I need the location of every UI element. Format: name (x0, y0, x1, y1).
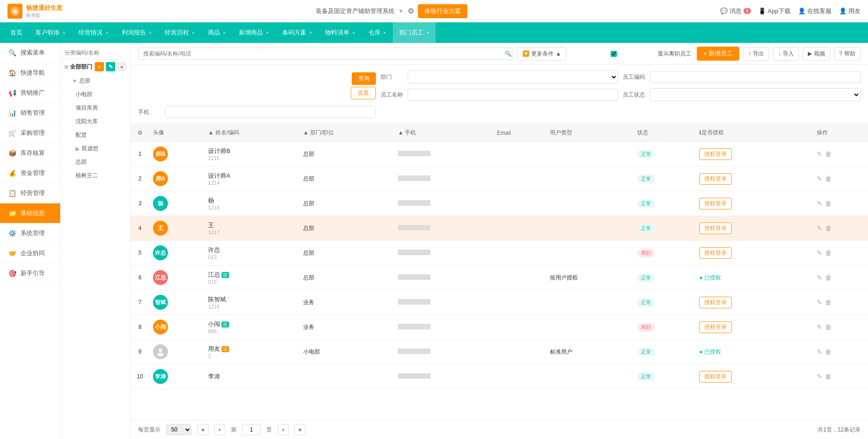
tab-barcode[interactable]: 条码方案× (276, 22, 319, 43)
sidebar-item-inventory[interactable]: 📦 库存核算 (0, 143, 60, 163)
delete-button[interactable]: 🗑 (825, 348, 832, 355)
sidebar-item-search[interactable]: 🔍 搜索菜单 (0, 43, 60, 63)
auth-button[interactable]: 授权登录 (699, 247, 732, 259)
tab-close-profit[interactable]: × (149, 30, 152, 35)
tree-item-zhishu[interactable]: 植树王二 (61, 169, 130, 182)
col-phone[interactable]: ▲ 手机 (394, 124, 493, 142)
sidebar-item-basic[interactable]: 📁 基础信息 (0, 203, 60, 223)
query-button[interactable]: 查询 (352, 72, 376, 85)
page-size-select[interactable]: 10 20 50 100 (166, 424, 192, 435)
tab-new-goods[interactable]: 新增商品× (232, 22, 275, 43)
auth-button[interactable]: 授权登录 (699, 371, 732, 383)
emp-status-select[interactable] (650, 88, 861, 101)
tree-item-peihuo[interactable]: 配货 (61, 128, 130, 142)
next-page-button[interactable]: › (278, 424, 289, 435)
help-button[interactable]: ? 帮助 (834, 47, 861, 61)
add-employee-button[interactable]: + 新增员工 (697, 47, 739, 61)
sidebar-item-guide[interactable]: 🎯 新手引导 (0, 264, 60, 284)
prev-page-button[interactable]: ‹ (214, 424, 225, 435)
sidebar-item-nav[interactable]: 🏠 快捷导航 (0, 63, 60, 83)
dept-add-button[interactable]: + (95, 62, 104, 71)
tab-close-dept[interactable]: × (426, 30, 429, 35)
online-service-button[interactable]: 👤 在线客服 (798, 7, 832, 15)
show-resigned-checkbox[interactable] (572, 51, 656, 57)
tab-customer[interactable]: 客户联络× (29, 22, 72, 43)
dept-collapse-button[interactable]: « (117, 62, 126, 71)
tree-item-project[interactable]: 项目库房 (61, 101, 130, 115)
import-button[interactable]: ↓ 导入 (773, 47, 799, 61)
tab-profit[interactable]: 利润报告× (115, 22, 158, 43)
auth-button[interactable]: 授权登录 (699, 148, 732, 160)
dept-filter-select[interactable] (408, 70, 618, 84)
auth-button[interactable]: 授权登录 (699, 223, 732, 234)
tab-goods[interactable]: 商品× (201, 22, 232, 43)
video-button[interactable]: ▶ 视频 (803, 47, 830, 61)
col-dept[interactable]: ▲ 部门/职位 (299, 124, 394, 142)
app-download-button[interactable]: 📱 App下载 (758, 7, 791, 15)
tab-bom[interactable]: 物料清单× (319, 22, 361, 43)
sys-title-arrow[interactable]: ▼ (398, 8, 404, 14)
dept-edit-button[interactable]: ✎ (106, 62, 115, 71)
tab-dept-employee[interactable]: 部门员工× (393, 22, 436, 43)
setting-button[interactable]: 设置 (351, 87, 376, 99)
delete-button[interactable]: 🗑 (825, 200, 832, 207)
edit-button[interactable]: ✎ (817, 348, 822, 355)
col-name[interactable]: ▲ 姓名/编码 (204, 124, 299, 142)
edit-button[interactable]: ✎ (817, 323, 822, 331)
delete-button[interactable]: 🗑 (825, 249, 832, 257)
tree-item-shuangxu[interactable]: ▶ 双虚想 (61, 142, 130, 155)
tab-close-barcode[interactable]: × (309, 30, 312, 35)
delete-button[interactable]: 🗑 (825, 323, 832, 331)
edit-button[interactable]: ✎ (817, 224, 822, 232)
delete-button[interactable]: 🗑 (825, 373, 832, 380)
tree-item-shenyang[interactable]: 沈阳大库 (61, 115, 130, 128)
edit-button[interactable]: ✎ (817, 200, 822, 207)
tab-operation[interactable]: 经营情况× (72, 22, 115, 43)
message-button[interactable]: 💬 消息 6 (720, 7, 751, 15)
delete-button[interactable]: 🗑 (825, 274, 832, 281)
tab-close-warehouse[interactable]: × (383, 30, 386, 35)
emp-name-input[interactable] (408, 89, 618, 101)
auth-button[interactable]: 授权登录 (699, 297, 732, 308)
tab-history[interactable]: 经营历程× (158, 22, 201, 43)
more-conditions-button[interactable]: 🔽 更多条件 ▲ (517, 47, 566, 61)
tab-close-history[interactable]: × (192, 30, 194, 35)
sidebar-item-purchase[interactable]: 🛒 采购管理 (0, 123, 60, 143)
edit-button[interactable]: ✎ (817, 175, 822, 182)
tab-close-operation[interactable]: × (105, 30, 108, 35)
dept-search-input[interactable] (64, 49, 131, 56)
emp-code-input[interactable] (650, 71, 861, 83)
delete-button[interactable]: 🗑 (825, 299, 832, 306)
phone-input[interactable] (165, 106, 376, 118)
user-menu-button[interactable]: 👤 用友 (839, 7, 861, 15)
col-settings[interactable]: ⚙ (131, 124, 149, 142)
delete-button[interactable]: 🗑 (825, 150, 832, 158)
tab-close-new-goods[interactable]: × (266, 30, 269, 35)
tab-close-customer[interactable]: × (62, 30, 65, 35)
tree-item-zongbu2[interactable]: 总部 (61, 155, 130, 169)
first-page-button[interactable]: « (197, 424, 208, 435)
delete-button[interactable]: 🗑 (825, 175, 832, 182)
last-page-button[interactable]: » (294, 424, 306, 435)
tab-warehouse[interactable]: 仓库× (362, 22, 393, 43)
export-button[interactable]: ↑ 导出 (743, 47, 769, 61)
edit-button[interactable]: ✎ (817, 299, 822, 306)
page-number-input[interactable] (242, 424, 261, 435)
auth-button[interactable]: 授权登录 (699, 173, 732, 185)
sidebar-item-system[interactable]: ⚙️ 系统管理 (0, 223, 60, 244)
sidebar-item-finance[interactable]: 💰 资金管理 (0, 163, 60, 183)
try-plan-button[interactable]: 体验行业方案 (418, 4, 467, 18)
edit-button[interactable]: ✎ (817, 150, 822, 158)
sidebar-item-sales[interactable]: 📊 销售管理 (0, 103, 60, 123)
tree-item-xiaodian[interactable]: 小电部 (61, 88, 130, 101)
sidebar-item-marketing[interactable]: 📢 营销推广 (0, 83, 60, 103)
auth-button[interactable]: 授权登录 (699, 198, 732, 209)
sidebar-item-collab[interactable]: 🤝 企业协同 (0, 244, 60, 264)
edit-button[interactable]: ✎ (817, 274, 822, 281)
tab-close-bom[interactable]: × (352, 30, 355, 35)
search-input[interactable] (138, 48, 513, 60)
delete-button[interactable]: 🗑 (825, 224, 832, 232)
edit-button[interactable]: ✎ (817, 249, 822, 257)
tab-home[interactable]: 首页 (4, 22, 29, 43)
sidebar-item-business[interactable]: 📋 经营管理 (0, 183, 60, 203)
